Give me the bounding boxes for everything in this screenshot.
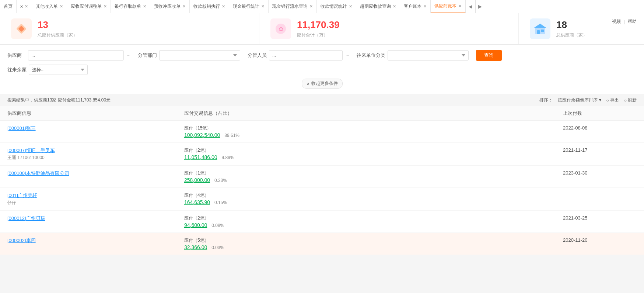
stat-number-payable: 13 xyxy=(38,19,248,31)
category-select[interactable] xyxy=(388,50,469,61)
search-button[interactable]: 查询 xyxy=(476,50,502,61)
result-bar: 搜索结果中，供应商13家 应付金额111,703,854.00元 排序： 按应付… xyxy=(0,94,644,106)
trans-amount-6[interactable]: 32,366.00 xyxy=(184,244,207,250)
last-pay-2: 2021-11-17 xyxy=(563,147,637,153)
close-icon[interactable]: ✕ xyxy=(261,4,265,9)
nav-tab-home[interactable]: 首页 xyxy=(0,0,17,13)
nav-tab-3[interactable]: 3 ✕ xyxy=(17,0,32,13)
svg-marker-7 xyxy=(534,24,546,28)
nav-tab-overdue-ar[interactable]: 超期应收款查询 ✕ xyxy=(356,0,400,13)
trans-percent-5: 0.08% xyxy=(211,223,224,228)
main-table: 供应商信息 应付交易信息（占比） 上次付数 [000001]张三 应付（15笔）… xyxy=(0,106,644,293)
close-icon[interactable]: ✕ xyxy=(222,4,225,9)
close-icon[interactable]: ✕ xyxy=(393,4,396,9)
col-header-supplier: 供应商信息 xyxy=(7,110,184,117)
trans-percent-1: 89.61% xyxy=(224,133,239,138)
supplier-info-3: [000100]本特勤油品有限公司 xyxy=(7,170,184,177)
trans-amount-5[interactable]: 94,600.00 xyxy=(184,222,207,228)
table-row: [000001]张三 应付（15笔） 100,092,540.00 89.61%… xyxy=(0,121,644,143)
supplier-input[interactable] xyxy=(28,50,124,61)
transaction-info-6: 应付（5笔） 32,366.00 0.03% xyxy=(184,237,563,250)
nav-tab-payment-verify[interactable]: 收款核销执行 ✕ xyxy=(190,0,229,13)
diamond-icon xyxy=(11,18,32,39)
supplier-link-2[interactable]: [000007]恒旺二手叉车 xyxy=(7,148,55,153)
supplier-link-5[interactable]: [000012]广州贝瑞 xyxy=(7,216,45,221)
export-button[interactable]: ○ 导出 xyxy=(606,97,619,103)
trans-percent-6: 0.03% xyxy=(211,245,224,250)
table-header: 供应商信息 应付交易信息（占比） 上次付数 xyxy=(0,106,644,121)
export-icon: ○ xyxy=(606,98,609,103)
trans-amount-1[interactable]: 100,092,540.00 xyxy=(184,132,220,138)
dept-label: 分管部门 xyxy=(138,52,157,59)
nav-tab-cash-bank-stat[interactable]: 现金银行统计 ✕ xyxy=(229,0,269,13)
dept-select[interactable] xyxy=(159,50,240,61)
nav-next-arrow[interactable]: ▶ xyxy=(475,0,485,13)
trans-label-1: 应付（15笔） xyxy=(184,125,563,131)
stat-label-total-amount: 应付合计（万） xyxy=(297,32,507,38)
right-actions: 排序： 按应付余额倒序排序 ▾ ○ 导出 ○ 刷新 xyxy=(539,97,637,103)
filter-row-2: 往来余额 选择... xyxy=(7,65,637,75)
close-icon[interactable]: ✕ xyxy=(104,4,107,9)
filter-item-balance: 往来余额 选择... xyxy=(7,65,88,75)
stats-bar: 13 总应付供应商（家） ✿ 11,170.39 应付合计（万） xyxy=(0,13,644,45)
collapse-button[interactable]: ∧ 收起更多条件 xyxy=(302,79,343,89)
refresh-button[interactable]: ○ 刷新 xyxy=(624,97,637,103)
nav-tab-other-income[interactable]: 其他收入单 ✕ xyxy=(32,0,67,13)
trans-percent-2: 9.89% xyxy=(222,155,234,160)
trans-amount-3[interactable]: 258,000.00 xyxy=(184,177,210,183)
chevron-down-icon: ▾ xyxy=(599,97,601,103)
last-pay-1: 2022-08-08 xyxy=(563,125,637,131)
filter-item-dept: 分管部门 xyxy=(138,50,240,61)
close-icon[interactable]: ✕ xyxy=(309,4,313,9)
trans-amount-4[interactable]: 164,635.90 xyxy=(184,199,210,205)
filter-area: 供应商 ··· 分管部门 分管人员 ··· 往来单位分类 xyxy=(0,45,644,94)
filter-item-person: 分管人员 ··· xyxy=(248,50,349,61)
supplier-link-1[interactable]: [000001]张三 xyxy=(7,125,36,131)
nav-tab-collection-stat[interactable]: 收款情况统计 ✕ xyxy=(317,0,356,13)
close-icon[interactable]: ✕ xyxy=(458,4,462,8)
stat-info-payable: 13 总应付供应商（家） xyxy=(38,19,248,38)
table-container: 供应商信息 应付交易信息（占比） 上次付数 [000001]张三 应付（15笔）… xyxy=(0,106,644,255)
top-right-links: 视频 | 帮助 xyxy=(612,18,637,25)
video-link[interactable]: 视频 xyxy=(612,18,621,25)
nav-tab-bank-deposit[interactable]: 银行存取款单 ✕ xyxy=(111,0,150,13)
nav-tab-ar-ap-adjust[interactable]: 应收应付调整单 ✕ xyxy=(67,0,111,13)
trans-amount-2[interactable]: 11,051,486.00 xyxy=(184,154,217,160)
supplier-link-3[interactable]: [000100]本特勤油品有限公司 xyxy=(7,170,69,176)
help-link[interactable]: 帮助 xyxy=(628,18,637,25)
close-icon[interactable]: ✕ xyxy=(423,4,427,9)
table-row: [000100]本特勤油品有限公司 应付（1笔） 258,000.00 0.23… xyxy=(0,166,644,188)
stat-label-payable: 总应付供应商（家） xyxy=(38,32,248,38)
category-label: 往来单位分类 xyxy=(357,52,385,59)
transaction-info-4: 应付（4笔） 164,635.90 0.15% xyxy=(184,192,563,205)
close-icon[interactable]: ✕ xyxy=(60,4,63,9)
collapse-label: 收起更多条件 xyxy=(311,80,338,87)
result-summary: 搜索结果中，供应商13家 应付金额111,703,854.00元 xyxy=(7,97,111,103)
refresh-icon: ○ xyxy=(624,98,627,103)
supplier-link-4[interactable]: [001]广州荣轩 xyxy=(7,193,37,198)
last-pay-5: 2021-03-25 xyxy=(563,215,637,221)
supplier-sub-2: 王通 17106110000 xyxy=(7,155,184,161)
last-pay-3: 2023-01-30 xyxy=(563,170,637,176)
person-input[interactable] xyxy=(269,50,343,61)
nav-tab-customer-book[interactable]: 客户账本 ✕ xyxy=(400,0,431,13)
filter-item-category: 往来单位分类 xyxy=(357,50,469,61)
table-row: [001]广州荣轩 仔仔 应付（4笔） 164,635.90 0.15% xyxy=(0,188,644,211)
balance-select[interactable]: 选择... xyxy=(29,65,88,75)
sort-option[interactable]: 按应付余额倒序排序 ▾ xyxy=(558,97,601,103)
close-icon[interactable]: ✕ xyxy=(349,4,352,9)
supplier-label: 供应商 xyxy=(7,52,26,59)
nav-prev-arrow[interactable]: ◀ xyxy=(466,0,475,13)
nav-tab-cash-bank-query[interactable]: 现金银行流水查询 ✕ xyxy=(269,0,317,13)
nav-tab-prepay-ar[interactable]: 预收冲应收单 ✕ xyxy=(150,0,190,13)
supplier-link-6[interactable]: [000002]李四 xyxy=(7,238,36,243)
trans-percent-4: 0.15% xyxy=(214,200,227,205)
close-icon[interactable]: ✕ xyxy=(25,4,28,9)
close-icon[interactable]: ✕ xyxy=(143,4,146,9)
stat-info-total-amount: 11,170.39 应付合计（万） xyxy=(297,19,507,38)
close-icon[interactable]: ✕ xyxy=(182,4,186,9)
trans-label-3: 应付（1笔） xyxy=(184,170,563,176)
stat-card-total-payable: ✿ 11,170.39 应付合计（万） xyxy=(259,13,519,44)
nav-tab-supplier-book[interactable]: 供应商账本 ✕ xyxy=(431,0,466,13)
trans-label-6: 应付（5笔） xyxy=(184,237,563,244)
